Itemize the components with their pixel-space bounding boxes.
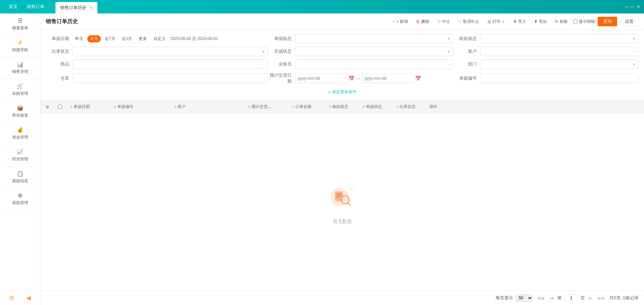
- display-detail-toggle[interactable]: 显示明细: [573, 19, 595, 25]
- window-maximize[interactable]: □: [632, 4, 634, 9]
- main-layout: ☰ 搜索菜单 ⚡ 快捷导航 📊 销售管理 🛒 采购管理 📦 库存核算 💰 资金管…: [0, 13, 644, 305]
- sidebar-item-search-label: 搜索菜单: [12, 25, 28, 31]
- cancel-stop-icon: ↺: [458, 19, 462, 24]
- th-settings[interactable]: ⚙: [43, 105, 55, 109]
- prev-page-button[interactable]: ◀: [548, 295, 555, 301]
- next-page-button[interactable]: ▶: [588, 295, 594, 301]
- stop-button[interactable]: ⊘ 中止: [435, 17, 453, 26]
- salesperson-select[interactable]: ···: [295, 60, 454, 69]
- date-chip-custom[interactable]: 自定义: [151, 35, 168, 42]
- total-records: 共0页, 0条记录: [609, 295, 639, 301]
- warehouse-select[interactable]: ···: [73, 74, 268, 83]
- sidebar-item-finance[interactable]: 💰 资金管理: [0, 123, 40, 145]
- sidebar-item-sales-label: 销售管理: [12, 69, 28, 75]
- th-payment-label: 收款状态: [332, 104, 348, 110]
- refresh-label: 刷新: [560, 19, 568, 25]
- page-label-suffix: 页: [581, 295, 585, 301]
- refresh-button[interactable]: ↻ 刷新: [552, 17, 570, 26]
- sidebar-item-sales[interactable]: 📊 销售管理: [0, 57, 40, 79]
- svg-point-9: [352, 186, 353, 187]
- sidebar-item-purchase[interactable]: 🛒 采购管理: [0, 79, 40, 101]
- export-icon: ⬆: [534, 19, 538, 24]
- tab-sales-order-history-close[interactable]: ✕: [90, 6, 93, 10]
- import-button[interactable]: ⬇ 导入: [511, 17, 529, 26]
- sort-status-icon: ⇅: [362, 105, 365, 109]
- stock-out-arrow: ▼: [262, 50, 265, 53]
- salesperson-dots[interactable]: ···: [447, 62, 450, 67]
- print-icon: 🖨: [487, 19, 491, 24]
- th-number-label: 单据编号: [117, 104, 133, 110]
- delivery-date-end[interactable]: [361, 74, 415, 83]
- th-number[interactable]: ⇅ 单据编号: [111, 104, 171, 110]
- new-button[interactable]: + + 新增: [390, 17, 411, 26]
- window-minimize[interactable]: —: [625, 4, 629, 9]
- calendar-start-icon[interactable]: 📅: [349, 76, 354, 81]
- bill-status-arrow: ▼: [447, 37, 450, 41]
- complete-arrow: ▼: [447, 50, 450, 53]
- search-menu-icon: ☰: [18, 17, 23, 24]
- goods-dots[interactable]: ···: [262, 62, 265, 67]
- tab-list: 首页 销售订单 ✕ 销售订单历史 ✕: [4, 0, 97, 13]
- th-stock-label: 出库状态: [399, 104, 416, 110]
- date-chip-today[interactable]: 今天: [87, 35, 101, 42]
- date-chip-1month[interactable]: 近1月: [119, 35, 135, 42]
- complete-select[interactable]: ▼: [295, 47, 454, 56]
- th-payment[interactable]: ⇅ 收款状态: [326, 104, 359, 110]
- bill-number-input[interactable]: [480, 74, 639, 83]
- date-chip-more[interactable]: 更多: [136, 35, 149, 42]
- sidebar-item-inventory[interactable]: 📦 库存核算: [0, 101, 40, 123]
- settings-button[interactable]: 设置: [620, 17, 639, 26]
- tab-sales-order[interactable]: 销售订单 ✕: [22, 0, 55, 13]
- bill-status-select[interactable]: ▼: [295, 34, 454, 43]
- goods-select[interactable]: ···: [73, 60, 268, 69]
- tab-sales-order-label: 销售订单: [27, 4, 44, 10]
- sidebar-settings-icon[interactable]: ⚙: [9, 294, 14, 302]
- per-page-select[interactable]: 50 10 20 100: [516, 294, 533, 302]
- display-detail-checkbox[interactable]: [573, 20, 577, 24]
- stock-out-select[interactable]: ▼: [73, 47, 268, 56]
- th-customer[interactable]: ⇅ 客户: [171, 104, 245, 110]
- settings-gear-icon[interactable]: ⚙: [46, 105, 49, 109]
- sidebar-collapse-icon[interactable]: ◀: [26, 294, 31, 302]
- th-date[interactable]: ⇅ 单据日期: [67, 104, 111, 110]
- warehouse-dots[interactable]: ···: [262, 76, 265, 81]
- empty-state: 暂无数据: [40, 113, 644, 291]
- tab-sales-order-history[interactable]: 销售订单历史 ✕: [55, 2, 97, 13]
- pagination: 每页显示 50 10 20 100 ◀◀ ◀ 第 页 ▶ ▶▶ 共0页, 0条记…: [40, 291, 644, 305]
- sidebar-item-system[interactable]: ⚙ 系统管理: [0, 188, 40, 210]
- export-button[interactable]: ⬆ 导出: [531, 17, 550, 26]
- th-stock-out[interactable]: ⇅ 出库状态: [393, 104, 427, 110]
- page-number-input[interactable]: [564, 295, 578, 301]
- delete-button[interactable]: 🗑 删除: [413, 17, 432, 26]
- th-delivery[interactable]: ⇅ 预计交货...: [245, 104, 289, 110]
- th-amount[interactable]: ⇅ 订单金额: [289, 104, 326, 110]
- customer-select[interactable]: ···: [480, 47, 639, 56]
- tab-sales-order-close[interactable]: ✕: [48, 5, 51, 9]
- sidebar-item-operation[interactable]: 📈 经营管理: [0, 145, 40, 166]
- select-all-checkbox[interactable]: [58, 105, 62, 109]
- first-page-button[interactable]: ◀◀: [535, 295, 546, 301]
- delivery-date-start[interactable]: [295, 74, 349, 83]
- basic-icon: 📋: [17, 170, 24, 177]
- cancel-stop-button[interactable]: ↺ 取消中止: [456, 17, 482, 26]
- date-chip-yesterday[interactable]: 昨天: [73, 35, 86, 42]
- date-chip-7days[interactable]: 近7天: [102, 35, 118, 42]
- th-status[interactable]: ⇅ 单据状态: [359, 104, 393, 110]
- sidebar-item-quick[interactable]: ⚡ 快捷导航: [0, 35, 40, 57]
- window-close[interactable]: ✕: [637, 4, 640, 9]
- calendar-end-icon[interactable]: 📅: [415, 76, 421, 81]
- last-page-button[interactable]: ▶▶: [597, 295, 607, 301]
- sidebar-item-purchase-label: 采购管理: [12, 91, 28, 97]
- payment-status-select[interactable]: ▼: [480, 34, 639, 43]
- print-button[interactable]: 🖨 打印 ▼: [484, 17, 508, 26]
- sidebar-item-basic[interactable]: 📋 基础信息: [0, 166, 40, 188]
- page-title: 销售订单历史: [46, 18, 78, 25]
- collapse-button[interactable]: ∧ 收起更多条件: [46, 88, 639, 96]
- svg-rect-3: [336, 195, 342, 196]
- department-select[interactable]: ▼: [480, 60, 639, 69]
- tab-home[interactable]: 首页: [4, 0, 22, 13]
- refresh-icon: ↻: [555, 19, 558, 24]
- query-button[interactable]: 查询: [598, 17, 617, 26]
- customer-dots[interactable]: ···: [632, 49, 636, 54]
- sidebar-item-search[interactable]: ☰ 搜索菜单: [0, 13, 40, 35]
